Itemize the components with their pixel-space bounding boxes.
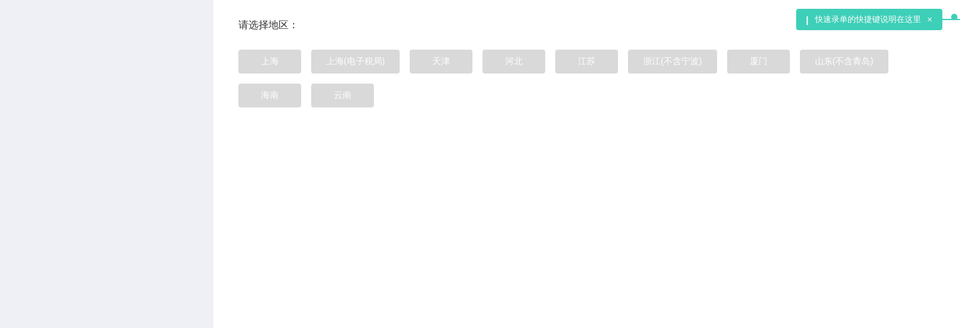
region-button-hebei[interactable]: 河北	[482, 50, 545, 74]
region-button-xiamen[interactable]: 厦门	[727, 50, 790, 74]
region-button-hainan[interactable]: 海南	[238, 84, 301, 107]
region-button-zhejiang[interactable]: 浙江(不含宁波)	[628, 50, 716, 74]
tooltip-text: 快速录单的快捷键说明在这里	[815, 14, 921, 25]
region-button-shanghai[interactable]: 上海	[238, 50, 301, 74]
region-button-shanghai-etax[interactable]: 上海(电子税局)	[311, 50, 400, 74]
sidebar	[0, 0, 213, 328]
tooltip-banner: 快速录单的快捷键说明在这里 ×	[796, 9, 942, 30]
region-button-tianjin[interactable]: 天津	[410, 50, 472, 74]
main-content: 请选择地区： 上海上海(电子税局)天津河北江苏浙江(不含宁波)厦门山东(不含青岛…	[213, 0, 980, 328]
region-button-jiangsu[interactable]: 江苏	[555, 50, 618, 74]
dot-indicator	[951, 14, 957, 20]
region-button-shandong[interactable]: 山东(不含青岛)	[800, 50, 888, 74]
tooltip-close-button[interactable]: ×	[927, 14, 932, 25]
region-grid: 上海上海(电子税局)天津河北江苏浙江(不含宁波)厦门山东(不含青岛)海南云南	[238, 50, 955, 107]
region-button-yunnan[interactable]: 云南	[311, 84, 374, 107]
